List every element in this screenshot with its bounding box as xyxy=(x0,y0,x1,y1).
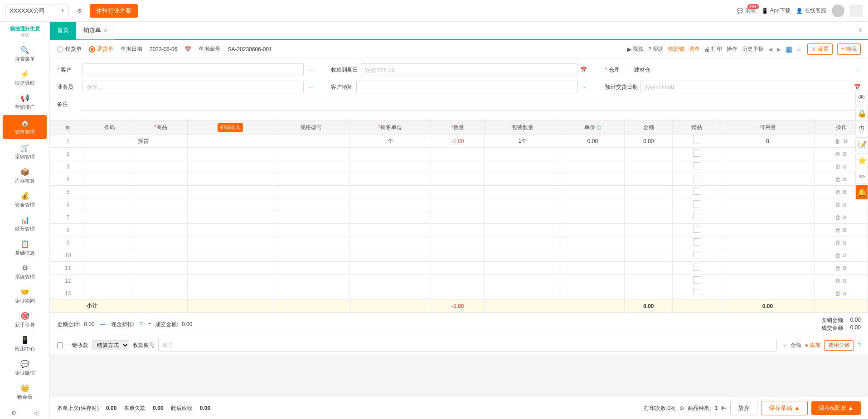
sidebar-item-quick[interactable]: ⚡ 快捷导航 xyxy=(0,66,49,90)
payment-date-icon[interactable]: 📅 xyxy=(580,67,587,73)
float-btn-7[interactable]: 🔔 xyxy=(855,185,868,200)
sidebar-item-wechat[interactable]: 💬 企业微信 xyxy=(0,356,49,380)
float-btn-2[interactable]: 🔒 xyxy=(855,106,868,121)
cell-price-1[interactable]: 0.00 xyxy=(561,135,625,148)
fee-split-button[interactable]: 费用分摊 xyxy=(824,340,854,351)
scan-button[interactable]: 扫码录入 xyxy=(218,123,243,132)
float-btn-3[interactable]: ⏱ xyxy=(855,122,868,136)
float-btn-5[interactable]: ⭐ xyxy=(855,153,868,168)
address-more-icon[interactable]: ··· xyxy=(582,84,587,90)
radio-return-order[interactable]: 退货单 xyxy=(89,45,113,53)
radio-sale-order[interactable]: 销货单 xyxy=(57,45,82,53)
float-btn-4[interactable]: 📝 xyxy=(855,137,868,152)
delete-icon-4[interactable]: 🗑 xyxy=(835,176,841,183)
delete-icon-1[interactable]: 🗑 xyxy=(835,138,840,144)
sidebar-item-guide[interactable]: 🎯 新手引导 xyxy=(0,308,49,332)
copy-icon-13[interactable]: ⧉ xyxy=(843,290,847,297)
copy-icon-9[interactable]: ⧉ xyxy=(843,240,847,246)
user-menu-icon[interactable] xyxy=(850,5,863,17)
col-scan[interactable]: 扫码录入 xyxy=(187,120,273,135)
col-settings[interactable]: ⚙ xyxy=(50,120,86,135)
salesperson-input[interactable] xyxy=(82,81,304,93)
delete-icon-13[interactable]: 🗑 xyxy=(835,290,841,297)
copy-icon-4[interactable]: ⧉ xyxy=(843,176,847,183)
discard-button[interactable]: 放弃 xyxy=(730,401,757,415)
float-btn-6[interactable]: ✏ xyxy=(855,169,868,184)
warehouse-more-icon[interactable]: ··· xyxy=(856,67,861,73)
setting-button[interactable]: ⊙ 设置 xyxy=(807,43,832,55)
sidebar-item-finance[interactable]: 💰 资金管理 xyxy=(0,188,49,212)
settings-icon[interactable]: ⚙ xyxy=(73,4,86,18)
delete-icon-3[interactable]: 🗑 xyxy=(835,164,841,170)
logistics-button[interactable]: + 物流 xyxy=(837,43,861,55)
copy-icon-7[interactable]: ⧉ xyxy=(843,214,847,221)
window-close-icon[interactable]: × xyxy=(858,26,863,34)
add-fee-icon[interactable]: ● 添加 xyxy=(805,342,821,349)
sidebar-item-operations[interactable]: 📊 经营管理 xyxy=(0,212,49,236)
copy-icon-6[interactable]: ⧉ xyxy=(843,202,847,208)
method-select[interactable]: 结算方式 xyxy=(92,340,129,350)
save-draft-button[interactable]: 保存草稿 ▲ xyxy=(761,401,808,415)
app-download-button[interactable]: 📱 App下载 xyxy=(761,7,790,14)
sidebar-item-enterprise[interactable]: 🤝 企业协同 xyxy=(0,284,49,308)
account-input[interactable] xyxy=(158,339,777,352)
question-icon[interactable]: ? xyxy=(140,321,143,327)
nav-next-icon[interactable]: ▶ xyxy=(777,46,781,53)
tab-close-icon[interactable]: × xyxy=(104,27,107,34)
copy-icon-3[interactable]: ⧉ xyxy=(843,164,847,170)
sidebar-item-purchase[interactable]: 🛒 采购管理 xyxy=(0,140,49,164)
delete-icon-9[interactable]: 🗑 xyxy=(835,240,841,246)
tab-sales-order[interactable]: 销货单 × xyxy=(76,22,115,39)
video-btn[interactable]: ▶ 视频 xyxy=(627,45,644,53)
delete-icon-5[interactable]: 🗑 xyxy=(835,189,841,195)
sidebar-item-apps[interactable]: 📱 应用中心 xyxy=(0,332,49,356)
sidebar-item-sales[interactable]: 🏠 销售管理 xyxy=(3,115,47,139)
print-btn[interactable]: 🖨 打印 xyxy=(704,45,722,53)
delivery-date-icon[interactable]: 📅 xyxy=(854,84,861,90)
copy-icon-2[interactable]: ⧉ xyxy=(843,151,847,157)
sidebar-item-system[interactable]: ⚙ 系统管理 xyxy=(0,260,49,284)
sidebar-item-member[interactable]: 👑 畅会员 xyxy=(0,380,49,404)
grid-view-icon[interactable]: ▦ xyxy=(786,45,792,53)
customer-input[interactable] xyxy=(82,63,304,76)
cell-product-1[interactable]: 拆货 xyxy=(134,135,187,148)
cell-barcode-1[interactable] xyxy=(86,135,134,148)
delete-icon-11[interactable]: 🗑 xyxy=(835,265,841,271)
sidebar-item-marketing[interactable]: 📢 营销推广 xyxy=(0,90,49,114)
company-selector[interactable]: XXXXXX公司 ▼ xyxy=(5,5,69,17)
account-more-icon[interactable]: ··· xyxy=(782,342,787,348)
cell-qty-1[interactable]: -1.00 xyxy=(431,135,485,148)
avatar[interactable] xyxy=(832,5,844,17)
copy-icon-12[interactable]: ⧉ xyxy=(843,278,847,284)
copy-icon-5[interactable]: ⧉ xyxy=(843,189,847,195)
fee-help-icon[interactable]: ? xyxy=(858,342,861,348)
sidebar-item-basic[interactable]: 📋 基础信息 xyxy=(0,236,49,260)
delete-icon-8[interactable]: 🗑 xyxy=(835,227,841,233)
copy-icon-8[interactable]: ⧉ xyxy=(843,227,847,233)
help-btn[interactable]: ? 帮助 xyxy=(648,45,664,53)
salesperson-more-icon[interactable]: ··· xyxy=(308,84,313,90)
sidebar-item-search[interactable]: 🔍 搜索菜单 xyxy=(0,42,49,66)
one-click-payment-checkbox[interactable] xyxy=(57,342,63,348)
message-button[interactable]: 💬 消息 99+ xyxy=(737,7,756,14)
shortcut-btn[interactable]: 快捷键 xyxy=(668,45,684,53)
cell-spec-1[interactable] xyxy=(273,135,349,148)
tab-home[interactable]: 首页 xyxy=(50,22,76,39)
save-new-button[interactable]: 保存&新增 ▲ xyxy=(811,401,861,415)
date-picker-icon[interactable]: 📅 xyxy=(184,46,191,53)
customer-more-icon[interactable]: ··· xyxy=(308,67,313,73)
copy-icon-10[interactable]: ⧉ xyxy=(843,252,847,259)
online-service-button[interactable]: 👤 在线客服 xyxy=(796,7,826,14)
history-btn[interactable]: 历史单据 xyxy=(742,45,764,53)
payment-date-input[interactable] xyxy=(361,63,577,76)
sidebar-settings-icon[interactable]: ⚙ xyxy=(11,410,16,416)
sidebar-collapse-icon[interactable]: ◁ xyxy=(34,410,38,416)
select-btn[interactable]: 选单 xyxy=(689,45,700,53)
delete-icon-12[interactable]: 🗑 xyxy=(835,278,841,284)
float-btn-1[interactable]: 👁 xyxy=(855,91,868,105)
address-input[interactable] xyxy=(356,81,577,93)
operation-btn[interactable]: 操作 xyxy=(727,45,737,53)
sidebar-item-inventory[interactable]: 📦 库存核算 xyxy=(0,164,49,188)
delete-icon-10[interactable]: 🗑 xyxy=(835,252,841,259)
copy-icon-1[interactable]: ⧉ xyxy=(844,138,848,144)
